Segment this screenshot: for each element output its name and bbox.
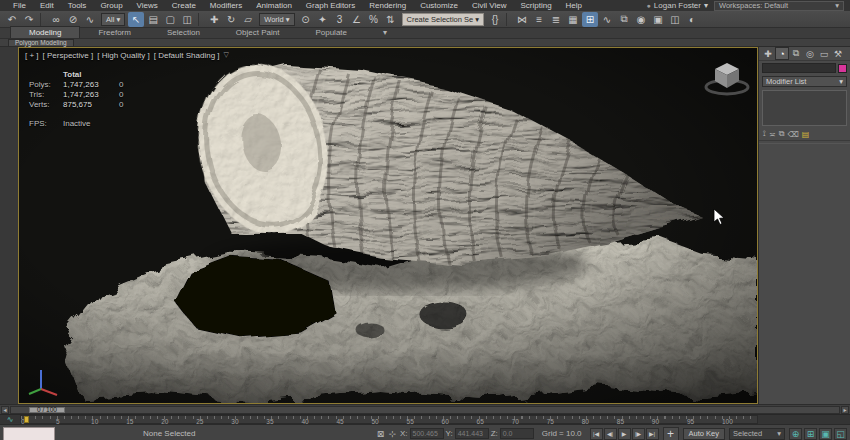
viewport-nav-menu[interactable]: [ + ] [25,51,39,60]
modifier-list-dropdown[interactable]: Modifier List ▾ [762,76,847,87]
next-frame-button[interactable]: |▶ [632,428,645,440]
workspace-dropdown[interactable]: Workspaces: Default ▾ [714,1,844,11]
ribbon-minimize-icon[interactable]: ▾ [365,27,405,38]
selection-filter-dropdown[interactable]: All ▾ [101,13,125,26]
curve-editor-icon[interactable]: ∿ [599,12,615,27]
zoom-extents-icon[interactable]: ▣ [819,428,832,440]
show-end-result-icon[interactable]: ≍ [769,130,776,139]
time-slider-track[interactable]: 0 / 100 [10,406,840,414]
menu-item[interactable]: Rendering [362,1,413,10]
ribbon-tab-selection[interactable]: Selection [149,27,218,38]
window-crossing-icon[interactable]: ◫ [179,12,195,27]
use-pivot-center-icon[interactable]: ⊙ [298,12,314,27]
remove-modifier-icon[interactable]: ⌫ [787,130,798,139]
zoom-all-icon[interactable]: ⊞ [804,428,817,440]
menu-item[interactable]: Help [559,1,589,10]
select-and-move-icon[interactable]: ✚ [206,12,222,27]
absolute-offset-mode-icon[interactable]: ⊹ [388,429,396,439]
pin-stack-icon[interactable]: ⟟ [763,129,766,139]
scene-explorer-icon[interactable]: ▦ [565,12,581,27]
previous-frame-button[interactable]: ◀| [604,428,617,440]
select-and-scale-icon[interactable]: ▱ [240,12,256,27]
layer-manager-icon[interactable]: ≣ [548,12,564,27]
go-to-end-button[interactable]: ▶| [646,428,659,440]
menu-item[interactable]: Animation [249,1,299,10]
menu-item[interactable]: Civil View [465,1,514,10]
previous-frame-arrow[interactable]: ◂ [1,406,9,414]
select-and-link-icon[interactable]: ∞ [48,12,64,27]
menu-item[interactable]: Scripting [513,1,558,10]
account-menu[interactable]: ● Logan Foster ▾ [641,1,714,10]
create-selection-set-field[interactable]: Create Selection Se ▾ [402,13,485,26]
viewport-quality-menu[interactable]: [ High Quality ] [97,51,149,60]
time-slider-handle[interactable]: 0 / 100 [29,407,65,413]
z-coordinate-field[interactable]: 0.0 [500,428,534,439]
track-bar-ruler[interactable]: 0510152025303540455055606570758085909510… [20,415,758,424]
select-and-rotate-icon[interactable]: ↻ [223,12,239,27]
display-tab[interactable]: ▭ [817,47,831,60]
key-filter-dropdown[interactable]: Selected ▾ [729,428,785,440]
auto-key-button[interactable]: Auto Key [683,428,725,440]
selection-lock-icon[interactable]: ⊠ [377,429,385,439]
maxscript-mini-listener[interactable] [3,427,55,440]
mini-curve-editor-icon[interactable]: ∿ [0,415,20,424]
modifier-stack-list[interactable] [762,90,847,126]
rect-selection-region-icon[interactable]: ▢ [162,12,178,27]
next-frame-arrow[interactable]: ▸ [841,406,849,414]
menu-item[interactable]: Graph Editors [299,1,362,10]
menu-item[interactable]: Edit [33,1,61,10]
render-production-icon[interactable]: ◐ [684,12,700,27]
schematic-view-icon[interactable]: ⧉ [616,12,632,27]
select-by-name-icon[interactable]: ▤ [145,12,161,27]
x-coordinate-field[interactable]: 500.465 [410,428,444,439]
utilities-tab[interactable]: ⚒ [831,47,845,60]
edit-named-sets-icon[interactable]: {} [487,12,503,27]
go-to-start-button[interactable]: |◀ [590,428,603,440]
ribbon-tab-modeling[interactable]: Modeling [10,26,80,38]
polygon-modeling-panel-tab[interactable]: Polygon Modeling [8,39,74,47]
menu-item[interactable]: Tools [61,1,94,10]
ribbon-tab-object-paint[interactable]: Object Paint [218,27,298,38]
viewcube[interactable] [703,56,751,98]
angle-snap-icon[interactable]: ∠ [349,12,365,27]
ribbon-tab-freeform[interactable]: Freeform [80,27,148,38]
rendered-frame-icon[interactable]: ◫ [667,12,683,27]
motion-tab[interactable]: ◎ [803,47,817,60]
menu-item[interactable]: Modifiers [203,1,249,10]
render-setup-icon[interactable]: ▣ [650,12,666,27]
bind-to-spacewarp-icon[interactable]: ∿ [82,12,98,27]
object-name-field[interactable] [762,63,836,73]
modify-tab[interactable]: ◔ [775,47,789,60]
menu-item[interactable]: File [6,1,33,10]
select-object-icon[interactable]: ↖ [128,12,144,27]
menu-item[interactable]: Views [130,1,165,10]
select-and-manipulate-icon[interactable]: ✦ [315,12,331,27]
configure-modifier-sets-icon[interactable]: ▤ [802,130,810,139]
redo-icon[interactable]: ↷ [21,12,37,27]
align-icon[interactable]: ≡ [531,12,547,27]
hierarchy-tab[interactable]: ⧉ [789,47,803,60]
perspective-viewport[interactable]: [ + ] [ Perspective ] [ High Quality ] [… [18,47,758,404]
snaps-toggle-icon[interactable]: 3 [332,12,348,27]
create-tab[interactable]: ✚ [761,47,775,60]
maximize-viewport-icon[interactable]: ◱ [834,428,847,440]
unlink-selection-icon[interactable]: ⊘ [65,12,81,27]
mirror-icon[interactable]: ⋈ [514,12,530,27]
current-frame-marker[interactable] [24,416,29,423]
spinner-snap-icon[interactable]: ⇅ [383,12,399,27]
menu-item[interactable]: Customize [413,1,465,10]
material-editor-icon[interactable]: ◉ [633,12,649,27]
viewport-pov-menu[interactable]: [ Perspective ] [43,51,94,60]
ribbon-toggle-icon[interactable]: ⊞ [582,12,598,27]
menu-item[interactable]: Create [165,1,203,10]
undo-icon[interactable]: ↶ [4,12,20,27]
zoom-icon[interactable]: ⊕ [789,428,802,440]
menu-item[interactable]: Group [93,1,129,10]
percent-snap-icon[interactable]: % [366,12,382,27]
play-button[interactable]: ▶ [618,428,631,440]
make-unique-icon[interactable]: ⧉ [779,129,785,139]
viewport-shading-menu[interactable]: [ Default Shading ] [154,51,220,60]
reference-coordinate-dropdown[interactable]: World ▾ [259,13,294,26]
y-coordinate-field[interactable]: 441.443 [455,428,489,439]
viewport-filter-icon[interactable]: ▽ [224,51,229,60]
